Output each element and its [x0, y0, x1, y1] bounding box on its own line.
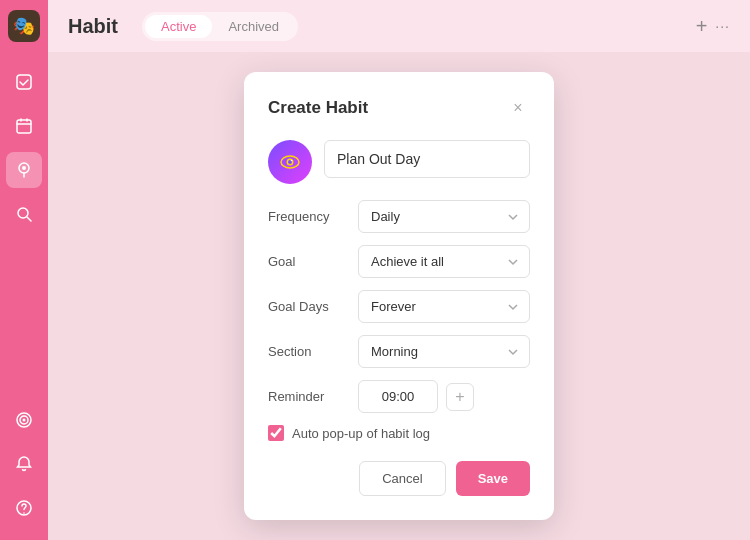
- page-title: Habit: [68, 15, 118, 38]
- goal-days-label: Goal Days: [268, 299, 358, 314]
- goal-days-row: Goal Days Forever: [268, 290, 530, 323]
- goal-select[interactable]: Achieve it all: [358, 245, 530, 278]
- sidebar: 🎭: [0, 0, 48, 540]
- reminder-label: Reminder: [268, 389, 358, 404]
- goal-days-select[interactable]: Forever: [358, 290, 530, 323]
- section-row: Section Morning: [268, 335, 530, 368]
- habit-name-input[interactable]: [324, 140, 530, 178]
- sidebar-item-pin[interactable]: [6, 152, 42, 188]
- modal-title: Create Habit: [268, 98, 368, 118]
- svg-rect-0: [17, 75, 31, 89]
- content-area: ✕ ✕ Develop a Try a little harder to Cre…: [48, 52, 750, 540]
- section-label: Section: [268, 344, 358, 359]
- frequency-label: Frequency: [268, 209, 358, 224]
- tab-active[interactable]: Active: [145, 15, 212, 38]
- frequency-select[interactable]: Daily: [358, 200, 530, 233]
- tab-group: Active Archived: [142, 12, 298, 41]
- habit-icon-row: [268, 140, 530, 184]
- modal-overlay: Create Habit ×: [48, 52, 750, 540]
- section-select[interactable]: Morning: [358, 335, 530, 368]
- sidebar-item-check[interactable]: [6, 64, 42, 100]
- svg-point-9: [23, 512, 25, 514]
- create-habit-modal: Create Habit ×: [244, 72, 554, 520]
- add-button[interactable]: +: [696, 15, 708, 38]
- sidebar-item-search[interactable]: [6, 196, 42, 232]
- frequency-row: Frequency Daily: [268, 200, 530, 233]
- goal-label: Goal: [268, 254, 358, 269]
- avatar[interactable]: 🎭: [8, 10, 40, 42]
- svg-point-3: [22, 166, 26, 170]
- save-button[interactable]: Save: [456, 461, 530, 496]
- cancel-button[interactable]: Cancel: [359, 461, 445, 496]
- reminder-add-button[interactable]: +: [446, 383, 474, 411]
- habit-icon-button[interactable]: [268, 140, 312, 184]
- sidebar-item-target[interactable]: [6, 402, 42, 438]
- reminder-row: Reminder +: [268, 380, 530, 413]
- tab-archived[interactable]: Archived: [212, 15, 295, 38]
- reminder-time-input[interactable]: [358, 380, 438, 413]
- header-actions: + ···: [696, 15, 730, 38]
- sidebar-item-bell[interactable]: [6, 446, 42, 482]
- main-area: Habit Active Archived + ···: [48, 0, 750, 540]
- sidebar-item-calendar[interactable]: [6, 108, 42, 144]
- auto-popup-row: Auto pop-up of habit log: [268, 425, 530, 441]
- modal-buttons: Cancel Save: [268, 461, 530, 496]
- close-button[interactable]: ×: [506, 96, 530, 120]
- svg-point-7: [23, 419, 26, 422]
- goal-row: Goal Achieve it all: [268, 245, 530, 278]
- auto-popup-checkbox[interactable]: [268, 425, 284, 441]
- svg-point-29: [291, 160, 293, 162]
- sidebar-item-help[interactable]: [6, 490, 42, 526]
- auto-popup-label: Auto pop-up of habit log: [292, 426, 430, 441]
- header: Habit Active Archived + ···: [48, 0, 750, 52]
- svg-rect-1: [17, 120, 31, 133]
- more-button[interactable]: ···: [715, 18, 730, 34]
- modal-header: Create Habit ×: [268, 96, 530, 120]
